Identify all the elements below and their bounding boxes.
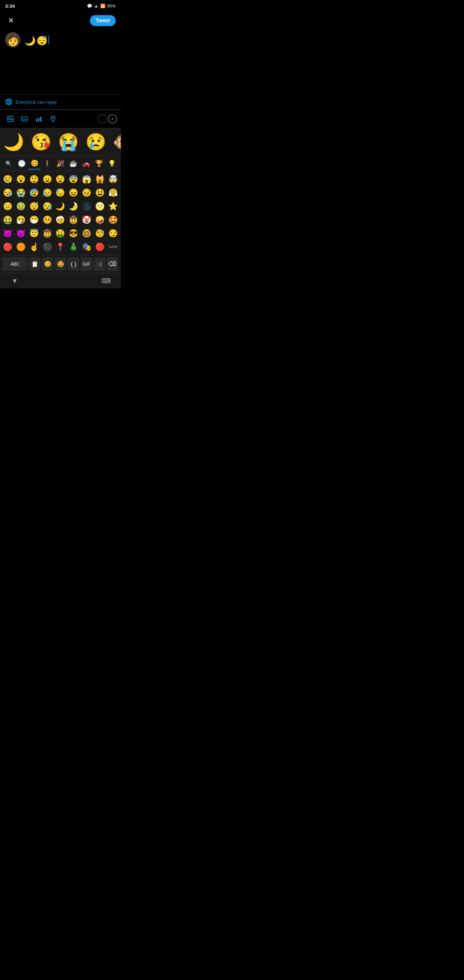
- emoji-cell[interactable]: 🎭: [80, 240, 94, 254]
- battery-label: 95%: [107, 3, 116, 8]
- emoji-suggestion-2[interactable]: 😭: [55, 131, 82, 153]
- tab-people[interactable]: 🚶: [41, 158, 54, 170]
- tab-recent[interactable]: 🕐: [16, 158, 28, 170]
- emoji-suggestion-3[interactable]: 😢: [82, 131, 110, 153]
- clipboard-button[interactable]: 📋: [29, 257, 41, 271]
- emoji-cell[interactable]: 🌙: [54, 200, 67, 213]
- tab-smileys[interactable]: 😊: [29, 158, 41, 170]
- emoji-cell[interactable]: 😫: [93, 186, 106, 200]
- collapse-keyboard-button[interactable]: ▼: [8, 275, 22, 286]
- emoji-cell[interactable]: 🔴: [1, 240, 14, 254]
- emoji-cell[interactable]: ⭐: [106, 200, 119, 213]
- emoji-cell[interactable]: 😱: [80, 172, 94, 186]
- emoji-cell[interactable]: ☝: [28, 240, 41, 254]
- emoji-cell[interactable]: 🤑: [54, 227, 67, 240]
- tweet-input-area[interactable]: 🌙😴: [24, 32, 116, 92]
- emoji-cell[interactable]: 🤢: [14, 200, 28, 213]
- emoji-cell[interactable]: 🤧: [14, 213, 28, 227]
- emoji-cell[interactable]: 😥: [41, 186, 54, 200]
- abc-button[interactable]: ABC: [3, 257, 28, 271]
- emoji-suggestion-0[interactable]: 🌙: [0, 131, 27, 153]
- close-icon: ✕: [8, 16, 14, 25]
- emoji-grid: 😢 😮 😲 😦 😧 😨 😱 🙀 🤯 😪 😭 😰 😥 😓 😖 😣 😫 😤 😑 🤢 …: [0, 171, 121, 255]
- emoji-cell[interactable]: 😧: [54, 172, 67, 186]
- tab-food[interactable]: ☕: [67, 158, 79, 170]
- svg-rect-5: [38, 118, 39, 121]
- emoji-cell[interactable]: 🤪: [93, 213, 106, 227]
- emoji-cell[interactable]: 😎: [67, 227, 80, 240]
- emoji-cell[interactable]: 👿: [14, 227, 28, 240]
- emoji-cell[interactable]: 😰: [28, 186, 41, 200]
- emoji-cell[interactable]: 🙀: [93, 172, 106, 186]
- emoji-cell[interactable]: 😤: [106, 186, 119, 200]
- emoji-cell[interactable]: 😲: [28, 172, 41, 186]
- emoji-cell[interactable]: 😮: [14, 172, 28, 186]
- emoji-cell[interactable]: 🤮: [1, 213, 14, 227]
- emoji-cell[interactable]: 😴: [28, 200, 41, 213]
- emoji-cell[interactable]: 😑: [1, 200, 14, 213]
- image-button[interactable]: [4, 113, 17, 126]
- emoji-cell[interactable]: 🌑: [80, 200, 94, 213]
- svg-text:GIF: GIF: [22, 118, 27, 121]
- emoji-keyboard-icon: 😊: [44, 261, 51, 267]
- tab-activities[interactable]: 🎉: [54, 158, 67, 170]
- emoji-cell[interactable]: 🎄: [67, 240, 80, 254]
- kaomoji-button[interactable]: ( ): [68, 257, 79, 271]
- tab-search[interactable]: 🔍: [3, 158, 15, 170]
- tab-symbols[interactable]: 💡: [106, 158, 118, 170]
- emoji-cell[interactable]: 🤓: [80, 227, 94, 240]
- char-counter: [98, 115, 106, 124]
- emoji-cell[interactable]: 😨: [67, 172, 80, 186]
- emoji-cell[interactable]: 🤠: [41, 227, 54, 240]
- emoji-cell[interactable]: 🌛: [67, 200, 80, 213]
- emoji-cell[interactable]: 😪: [41, 200, 54, 213]
- emoji-cell[interactable]: 〰️: [106, 240, 119, 254]
- gif-keyboard-button[interactable]: GIF: [81, 257, 92, 271]
- emoji-suggestion-1[interactable]: 😘: [27, 131, 55, 153]
- emoji-cell[interactable]: 😣: [80, 186, 94, 200]
- emoji-cell[interactable]: 🌝: [93, 200, 106, 213]
- keyboard-switch-button[interactable]: ⌨: [99, 275, 113, 286]
- emoji-cell[interactable]: 🤒: [41, 213, 54, 227]
- emoji-cell[interactable]: 😏: [106, 227, 119, 240]
- tab-symbols2[interactable]: 🔣: [119, 158, 121, 170]
- chevron-down-icon: ▼: [11, 277, 18, 285]
- emoji-cell[interactable]: 📍: [54, 240, 67, 254]
- emoji-cell[interactable]: 🔴: [93, 240, 106, 254]
- emoji-keyboard-button[interactable]: 😊: [42, 257, 54, 271]
- status-bar: 3:34 💬 ▲ 📶 95%: [0, 0, 121, 12]
- emoji-cell[interactable]: 😭: [14, 186, 28, 200]
- emoticon-button[interactable]: :-): [94, 257, 105, 271]
- emoji-cell[interactable]: 😦: [41, 172, 54, 186]
- emoji-cell[interactable]: 😖: [67, 186, 80, 200]
- close-button[interactable]: ✕: [5, 15, 17, 26]
- emoji-cell[interactable]: 😢: [1, 172, 14, 186]
- compose-area: 🧑 🌙😴: [0, 30, 121, 94]
- poll-icon: [35, 115, 42, 123]
- location-button[interactable]: [46, 113, 59, 126]
- emoji-cell[interactable]: 😪: [1, 186, 14, 200]
- tweet-button[interactable]: Tweet: [90, 15, 116, 26]
- emoji-cell[interactable]: 😷: [28, 213, 41, 227]
- emoji-cell[interactable]: 😓: [54, 186, 67, 200]
- emoji-cell[interactable]: 🤯: [106, 172, 119, 186]
- backspace-button[interactable]: ⌫: [106, 257, 118, 271]
- emoji-cell[interactable]: 🤩: [106, 213, 119, 227]
- emoji-suggestion-4[interactable]: 🐵: [110, 131, 121, 153]
- emoji-cell[interactable]: 🟠: [14, 240, 28, 254]
- emoji-cell[interactable]: 🤡: [80, 213, 94, 227]
- poll-button[interactable]: [32, 113, 45, 126]
- emoji-cell[interactable]: 😇: [28, 227, 41, 240]
- emoji-cell[interactable]: 🤕: [54, 213, 67, 227]
- reply-setting[interactable]: 🌐 Everyone can reply: [0, 94, 121, 109]
- emoji-cell[interactable]: 😈: [1, 227, 14, 240]
- add-tweet-button[interactable]: +: [108, 115, 117, 124]
- emoji-cell[interactable]: 🤠: [67, 213, 80, 227]
- sticker-button[interactable]: 🤩: [55, 257, 67, 271]
- emoji-cell[interactable]: 🧐: [93, 227, 106, 240]
- gif-keyboard-label: GIF: [83, 261, 90, 267]
- tab-objects[interactable]: 🏆: [93, 158, 105, 170]
- tab-travel[interactable]: 🚗: [80, 158, 92, 170]
- gif-button[interactable]: GIF: [18, 113, 31, 126]
- emoji-cell[interactable]: ⚫: [41, 240, 54, 254]
